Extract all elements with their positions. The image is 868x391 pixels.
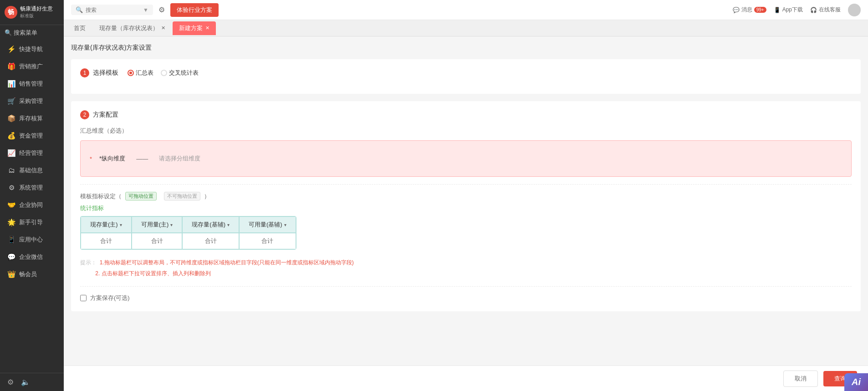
sidebar-logo: 畅 畅康通好生意 标准版: [0, 0, 64, 25]
sidebar-item-label: 快捷导航: [19, 45, 43, 53]
stats-section: 统计指标 现存量(主) ▾ 可用量(主) ▾ 现存量(基辅): [80, 204, 852, 250]
col-header-3[interactable]: 可用量(基辅) ▾: [239, 216, 296, 233]
section-divider2: [80, 286, 852, 287]
col-data-3: 合计: [239, 233, 296, 249]
app-download-icon: 📱: [774, 7, 781, 13]
indicator-settings-label: 模板指标设定（ 可拖动位置 不可拖动位置 ）: [80, 192, 852, 201]
finance-icon: 💰: [7, 132, 15, 140]
radio-cross-unchecked: [161, 70, 167, 76]
col-sub-2: 合计: [205, 237, 217, 245]
app-version: 标准版: [20, 13, 53, 19]
topbar: 🔍 ▼ ⚙ 体验行业方案 💬 消息 99+ 📱 App下载 🎧 在线客服: [64, 0, 868, 20]
message-icon: 💬: [733, 7, 740, 13]
sidebar-item-inventory[interactable]: 📦 库存核算: [0, 110, 64, 127]
sidebar-search[interactable]: 🔍 搜索菜单: [0, 25, 64, 41]
settings-gear-icon[interactable]: ⚙: [158, 5, 165, 14]
audio-icon[interactable]: 🔈: [21, 378, 30, 386]
sidebar-item-cooperation[interactable]: 🤝 企业协同: [0, 196, 64, 214]
sidebar-item-management[interactable]: 📈 经营管理: [0, 144, 64, 162]
inventory-icon: 📦: [7, 114, 15, 123]
sidebar-item-label: 系统管理: [19, 184, 43, 192]
tab-home[interactable]: 首页: [67, 21, 92, 35]
content-area: 现存量(库存状况表)方案设置 1 选择模板 汇总表 交叉统计表: [64, 36, 868, 365]
tab-inventory[interactable]: 现存量（库存状况表） ✕: [93, 21, 172, 35]
cooperation-icon: 🤝: [7, 201, 15, 209]
sidebar-item-shortcuts[interactable]: ⚡ 快捷导航: [0, 41, 64, 58]
sidebar-item-guide[interactable]: 🌟 新手引导: [0, 214, 64, 231]
tip-section: 提示： 1.拖动标题栏可以调整布局，不可跨维度或指标区域拖动栏目字段(只能在同一…: [80, 257, 852, 279]
dimension-required-mark: *: [90, 155, 92, 162]
radio-cross-table[interactable]: 交叉统计表: [161, 69, 199, 77]
col-label-3: 可用量(基辅): [249, 221, 282, 229]
sidebar-item-label: 营销推广: [19, 62, 43, 71]
sidebar-item-system[interactable]: ⚙ 系统管理: [0, 179, 64, 196]
sidebar-item-label: 基础信息: [19, 166, 43, 175]
sidebar-item-label: 新手引导: [19, 218, 43, 226]
tip-text-1: 1.拖动标题栏可以调整布局，不可跨维度或指标区域拖动栏目字段(只能在同一维度或指…: [100, 259, 354, 266]
online-service-btn[interactable]: 🎧 在线客服: [810, 6, 841, 14]
save-section: 方案保存(可选): [80, 294, 852, 302]
topbar-search-icon: 🔍: [76, 6, 83, 13]
stats-title: 统计指标: [80, 204, 852, 212]
guide-icon: 🌟: [7, 218, 15, 226]
col-data-2: 合计: [182, 233, 239, 249]
col-sub-1: 合计: [151, 237, 163, 245]
sidebar-item-label: 采购管理: [19, 97, 43, 105]
col-header-0[interactable]: 现存量(主) ▾: [81, 216, 132, 233]
radio-summary-checked: [128, 70, 134, 76]
col-chevron-1: ▾: [170, 222, 173, 227]
col-data-0: 合计: [81, 233, 132, 249]
sidebar-item-basic-info[interactable]: 🗂 基础信息: [0, 162, 64, 179]
sidebar-item-finance[interactable]: 💰 资金管理: [0, 127, 64, 144]
search-input[interactable]: [86, 7, 140, 13]
tab-inventory-close-icon[interactable]: ✕: [161, 25, 165, 31]
save-checkbox[interactable]: [80, 295, 87, 301]
sidebar-item-purchase[interactable]: 🛒 采购管理: [0, 93, 64, 110]
app-icon: 畅: [5, 6, 17, 19]
experience-btn[interactable]: 体验行业方案: [170, 3, 219, 17]
app-center-icon: 📱: [7, 236, 15, 244]
template-radio-group: 汇总表 交叉统计表: [128, 69, 199, 77]
dimension-box[interactable]: * *纵向维度 —— 请选择分组维度: [80, 140, 852, 177]
sidebar-item-wechat[interactable]: 💬 企业微信: [0, 248, 64, 266]
search-icon: 🔍: [5, 29, 12, 36]
sidebar-item-label: 资金管理: [19, 132, 43, 140]
col-sub-3: 合计: [261, 237, 273, 245]
dimension-placeholder: 请选择分组维度: [159, 154, 200, 163]
step2-card: 2 方案配置 汇总维度（必选） * *纵向维度 —— 请选择分组维度 模板指标设…: [71, 101, 861, 311]
col-chevron-2: ▾: [227, 222, 230, 227]
sidebar-item-label: 应用中心: [19, 236, 43, 244]
settings-icon[interactable]: ⚙: [7, 378, 14, 386]
step1-num: 1: [80, 68, 89, 77]
stats-table: 现存量(主) ▾ 可用量(主) ▾ 现存量(基辅) ▾ 可用量(基辅): [80, 216, 296, 250]
message-btn[interactable]: 💬 消息 99+: [733, 6, 766, 14]
sidebar-item-membership[interactable]: 👑 畅会员: [0, 266, 64, 283]
tab-new-plan-close-icon[interactable]: ✕: [205, 25, 209, 31]
step1-card: 1 选择模板 汇总表 交叉统计表: [71, 59, 861, 94]
col-chevron-3: ▾: [284, 222, 286, 227]
sidebar-item-app-center[interactable]: 📱 应用中心: [0, 231, 64, 248]
search-box[interactable]: 🔍 ▼: [71, 5, 153, 15]
indicator-settings-suffix: ）: [204, 192, 210, 201]
sidebar-item-label: 畅会员: [19, 270, 37, 278]
sidebar-item-label: 销售管理: [19, 80, 43, 88]
ai-badge[interactable]: Ai: [844, 373, 868, 391]
col-header-2[interactable]: 现存量(基辅) ▾: [182, 216, 239, 233]
tab-new-plan[interactable]: 新建方案 ✕: [173, 21, 216, 35]
radio-summary-table[interactable]: 汇总表: [128, 69, 153, 77]
non-draggable-position-tag: 不可拖动位置: [164, 192, 200, 201]
step1-header: 1 选择模板 汇总表 交叉统计表: [80, 68, 852, 77]
radio-cross-label: 交叉统计表: [169, 69, 199, 77]
cancel-button[interactable]: 取消: [783, 370, 818, 387]
tip-text-2: 2. 点击标题栏下拉可设置排序、插入列和删除列: [95, 270, 210, 277]
app-download-btn[interactable]: 📱 App下载: [774, 6, 803, 14]
search-dropdown-icon[interactable]: ▼: [143, 7, 148, 13]
system-icon: ⚙: [7, 184, 15, 192]
tab-home-label: 首页: [74, 24, 86, 32]
user-avatar[interactable]: [848, 4, 861, 16]
footer: 取消 查询: [64, 365, 868, 391]
sidebar-item-sales[interactable]: 📊 销售管理: [0, 75, 64, 93]
sidebar-item-marketing[interactable]: 🎁 营销推广: [0, 58, 64, 75]
app-download-label: App下载: [782, 6, 803, 14]
col-header-1[interactable]: 可用量(主) ▾: [132, 216, 183, 233]
